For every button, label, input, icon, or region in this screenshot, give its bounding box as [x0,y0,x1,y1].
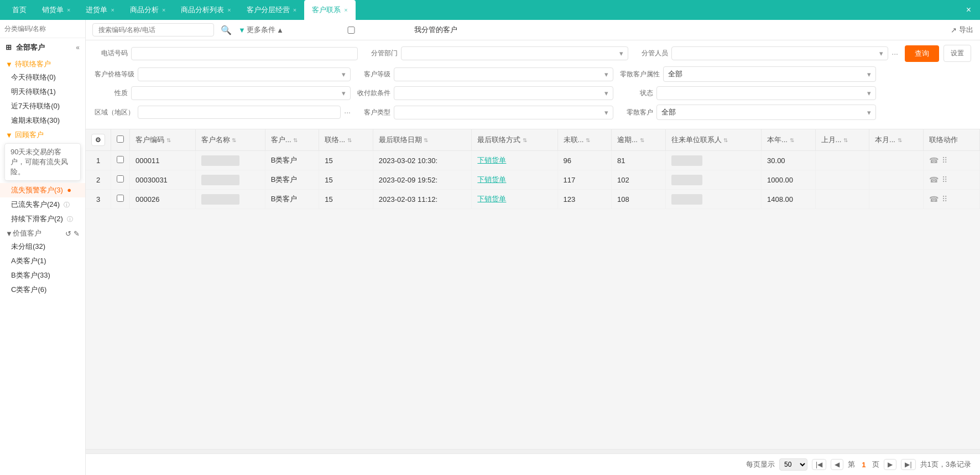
price-grade-select[interactable]: ▾ [138,67,351,81]
sort-name-icon[interactable]: ⇅ [232,137,236,143]
sort-uncontacted-icon[interactable]: ⇅ [586,137,590,143]
last-page-button[interactable]: ▶| [901,459,915,470]
cell-last-method[interactable]: 下销货单 [472,190,557,209]
last-method-link[interactable]: 下销货单 [477,175,506,184]
region-input[interactable] [138,106,341,119]
sort-last-method-icon[interactable]: ⇅ [523,137,527,143]
contact-action-icon[interactable]: ☎ [929,195,939,203]
collapse-icon[interactable]: « [76,44,80,51]
close-analysis-icon[interactable]: × [162,7,165,13]
sort-contact-count-icon[interactable]: ⇅ [347,137,352,143]
sidebar-item-declining[interactable]: 持续下滑客户(2) ⓘ [0,212,85,226]
more-action-icon[interactable]: ⠿ [942,156,947,165]
person-select[interactable]: ▾ [671,46,889,60]
filter-retail-attr: 零散客户属性 全部 ▾ [620,66,876,82]
dept-select[interactable]: ▾ [401,46,628,60]
cell-overdue: 102 [612,170,665,190]
payment-select[interactable]: ▾ [394,86,613,100]
sort-contact-person-icon[interactable]: ⇅ [723,137,728,143]
region-more-icon[interactable]: ··· [344,108,351,117]
cell-last-method[interactable]: 下销货单 [472,151,557,170]
setting-button[interactable]: 设置 [943,45,971,62]
horizontal-scrollbar[interactable] [86,449,980,453]
customer-grade-select[interactable]: ▾ [394,67,613,81]
retail-attr-select[interactable]: 全部 ▾ [663,66,876,82]
row-checkbox[interactable] [117,195,124,202]
sort-code-icon[interactable]: ⇅ [166,137,171,143]
sidebar-item-churned[interactable]: 已流失客户(24) ⓘ [0,197,85,212]
sidebar-item-overdue-contact[interactable]: 逾期未联络(30) [0,113,85,128]
sidebar-item-c-class[interactable]: C类客户(6) [0,283,85,297]
sidebar-all-customers[interactable]: ⊞ 全部客户 « [0,38,85,57]
filter-bar: 🔍 ▼ 更多条件 ▲ 我分管的客户 ↗ 导出 [86,20,980,40]
close-sales-icon[interactable]: × [67,7,70,13]
edit-icon[interactable]: ✎ [74,229,80,238]
sidebar-item-churn-warning[interactable]: 流失预警客户(3) ● [0,183,85,197]
filter-retail-customer: 零散客户 全部 ▾ [620,105,876,120]
category-search-input[interactable] [4,25,86,33]
last-method-link[interactable]: 下销货单 [477,156,506,164]
group-value-customers[interactable]: ▼ 价值客户 ↺ ✎ [0,226,85,239]
sort-overdue-icon[interactable]: ⇅ [640,137,644,143]
close-all-button[interactable]: × [962,5,976,15]
close-customer-segment-icon[interactable]: × [293,7,296,13]
my-customers-checkbox-label[interactable]: 我分管的客户 [290,25,457,35]
next-page-button[interactable]: ▶ [884,459,896,470]
customer-type-select[interactable]: ▾ [394,106,613,119]
cell-checkbox[interactable] [111,170,130,190]
contact-action-icon[interactable]: ☎ [929,175,939,184]
nav-customer-contact[interactable]: 客户联系 × [304,0,355,20]
sort-this-year-icon[interactable]: ⇅ [790,137,794,143]
close-analysis-list-icon[interactable]: × [227,7,231,13]
sort-last-date-icon[interactable]: ⇅ [424,137,428,143]
contact-action-icon[interactable]: ☎ [929,156,939,165]
more-action-icon[interactable]: ⠿ [942,175,947,184]
query-button[interactable]: 查询 [905,45,939,62]
sidebar-item-ungroup[interactable]: 未分组(32) [0,239,85,254]
last-method-link[interactable]: 下销货单 [477,195,506,203]
prev-page-button[interactable]: ◀ [831,459,843,470]
sort-grade-icon[interactable]: ⇅ [293,137,298,143]
sidebar-item-7day-contact[interactable]: 近7天待联络(0) [0,99,85,113]
sort-last-month-icon[interactable]: ⇅ [843,137,848,143]
status-select[interactable]: ▾ [656,86,876,100]
close-purchase-icon[interactable]: × [111,7,114,13]
sort-this-month-icon[interactable]: ⇅ [898,137,902,143]
sidebar-item-today-contact[interactable]: 今天待联络(0) [0,70,85,85]
column-settings-button[interactable]: ⚙ [91,134,105,146]
group-pending-contact[interactable]: ▼ 待联络客户 [0,57,85,70]
cell-checkbox[interactable] [111,151,130,170]
row-checkbox[interactable] [117,175,124,182]
export-button[interactable]: ↗ 导出 [951,25,973,35]
sidebar-item-tomorrow-contact[interactable]: 明天待联络(1) [0,85,85,99]
group-review-customers[interactable]: ▼ 回顾客户 [0,128,85,141]
sidebar-item-a-class[interactable]: A类客户(1) [0,254,85,268]
nav-analysis-list[interactable]: 商品分析列表 × [173,0,238,20]
nav-customer-segment[interactable]: 客户分层经营 × [239,0,304,20]
search-button[interactable]: 🔍 [221,25,232,35]
more-action-icon[interactable]: ⠿ [942,195,947,203]
cell-checkbox[interactable] [111,190,130,209]
my-customers-checkbox[interactable] [290,27,412,34]
payment-arrow-icon: ▾ [604,89,608,97]
row-checkbox[interactable] [117,156,124,163]
nav-sales[interactable]: 销货单 × [34,0,78,20]
nav-analysis[interactable]: 商品分析 × [122,0,173,20]
per-page-select[interactable]: 50 100 200 [779,458,807,471]
col-header-grade: 客户... ⇅ [265,129,319,151]
person-more-icon[interactable]: ··· [892,49,898,58]
nav-home[interactable]: 首页 [4,0,34,20]
retail-customer-select[interactable]: 全部 ▾ [656,105,876,120]
sidebar-item-b-class[interactable]: B类客户(33) [0,268,85,283]
more-conditions-button[interactable]: ▼ 更多条件 ▲ [238,25,284,35]
select-all-checkbox[interactable] [117,135,124,143]
first-page-button[interactable]: |◀ [812,459,826,470]
refresh-icon[interactable]: ↺ [65,229,71,238]
col-header-contact-count: 联络... ⇅ [319,129,373,151]
close-customer-contact-icon[interactable]: × [344,7,347,13]
nav-purchase[interactable]: 进货单 × [78,0,122,20]
search-input[interactable] [92,23,214,36]
cell-last-method[interactable]: 下销货单 [472,170,557,190]
phone-input[interactable] [131,47,358,60]
nature-select[interactable]: ▾ [131,86,351,100]
